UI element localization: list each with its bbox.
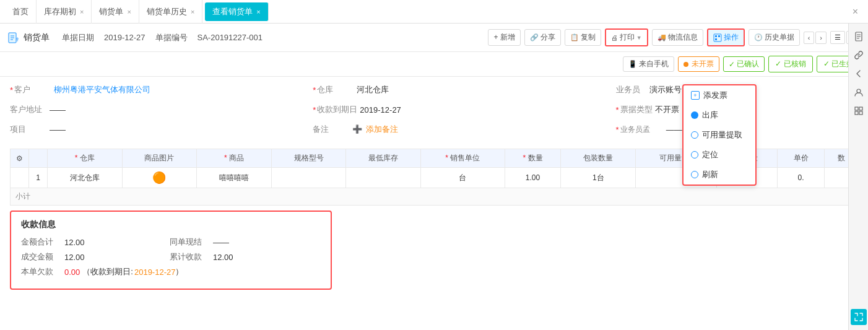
- ticket-type-value: 不开票: [653, 103, 682, 116]
- row-sales-unit: 台: [421, 168, 505, 188]
- salesperson-label: 业务员孟: [620, 124, 664, 135]
- tab-inventory-init[interactable]: 库存期初 ×: [37, 0, 92, 24]
- history-button[interactable]: 🕐 历史单据: [749, 29, 800, 46]
- tab-view-label: 查看销货单: [212, 6, 253, 17]
- doc-date-label: 单据日期: [62, 32, 94, 43]
- deal-value: 12.00: [64, 253, 85, 262]
- tab-sales-close[interactable]: ×: [127, 8, 131, 15]
- note-label: 备注: [313, 124, 350, 135]
- payment-owed-item: 本单欠款 0.00 （收款到期日: 2019-12-27 ）: [21, 266, 321, 277]
- sold-button[interactable]: ✓ 已核销: [768, 56, 812, 72]
- customer-label: 客户: [14, 84, 51, 95]
- subtotal-row: 小计: [11, 188, 858, 206]
- payment-date-field: * 收款到期日 2019-12-27: [313, 104, 615, 116]
- history-label: 历史单据: [765, 32, 794, 43]
- row-product-img: 🟠: [122, 168, 197, 188]
- logistics-label: 物流信息: [668, 32, 698, 43]
- next-button[interactable]: ›: [815, 32, 827, 44]
- sidebar-icon-2[interactable]: [851, 47, 867, 63]
- doc-header: 销货单 单据日期 2019-12-27 单据编号 SA-20191227-001…: [0, 24, 868, 52]
- locate-item[interactable]: 定位: [684, 145, 755, 165]
- address-value: ——: [47, 104, 68, 116]
- add-invoice-icon: +: [691, 91, 700, 100]
- from-mobile-button[interactable]: 📱 来自手机: [623, 56, 674, 72]
- customer-value[interactable]: 柳州粤港平安气体有限公司: [51, 83, 153, 97]
- share-label: 分享: [540, 32, 555, 43]
- svg-point-12: [857, 89, 861, 93]
- sidebar-icon-expand[interactable]: [851, 309, 867, 325]
- col-warehouse: * 仓库: [48, 149, 123, 168]
- window-close-button[interactable]: ×: [848, 6, 863, 17]
- staff-value: 演示账号: [647, 83, 684, 97]
- nav-arrows: ‹ ›: [804, 32, 827, 44]
- main-content: 销货单 单据日期 2019-12-27 单据编号 SA-20191227-001…: [0, 24, 868, 330]
- same-order-value: ——: [213, 238, 229, 247]
- new-button[interactable]: + 新增: [488, 29, 520, 46]
- project-label: 项目: [10, 124, 47, 135]
- payment-deal-item: 成交金额 12.00: [21, 251, 170, 263]
- operate-button[interactable]: 操作: [707, 28, 745, 46]
- payment-total-item: 金额合计 12.00: [21, 237, 170, 248]
- outbound-icon: [691, 111, 698, 119]
- doc-date-value: 2019-12-27: [104, 33, 145, 42]
- add-note-button[interactable]: ➕ 添加备注: [350, 123, 401, 136]
- prev-button[interactable]: ‹: [804, 32, 815, 44]
- tab-sales-order[interactable]: 销货单 ×: [92, 0, 139, 24]
- svg-rect-16: [859, 111, 862, 115]
- add-invoice-label: 添发票: [703, 90, 727, 101]
- subtotal-label: 小计: [11, 188, 858, 206]
- copy-button[interactable]: 📋 复制: [565, 29, 601, 46]
- svg-rect-6: [718, 35, 720, 37]
- logistics-button[interactable]: 🚚 物流信息: [652, 29, 703, 46]
- payment-row-3: 本单欠款 0.00 （收款到期日: 2019-12-27 ）: [21, 266, 321, 277]
- confirmed-button[interactable]: ✓ 已确认: [723, 56, 765, 72]
- salesperson-value: ——: [664, 124, 685, 136]
- warehouse-field: * 仓库 河北仓库: [313, 83, 615, 97]
- available-qty-item[interactable]: 可用量提取: [684, 125, 755, 145]
- not-open-button[interactable]: 未开票: [678, 56, 719, 72]
- print-button[interactable]: 🖨 打印 ▼: [605, 28, 648, 46]
- tab-inventory-close[interactable]: ×: [80, 8, 84, 15]
- customer-field: * 客户 柳州粤港平安气体有限公司: [10, 83, 313, 97]
- share-button[interactable]: 🔗 分享: [524, 29, 561, 46]
- row-product: 嘻嘻嘻嘻: [197, 168, 272, 188]
- sidebar-icon-4[interactable]: [851, 84, 867, 100]
- ticket-required-star: *: [616, 105, 619, 115]
- tab-view-sales[interactable]: 查看销货单 ×: [205, 2, 268, 21]
- second-toolbar: 📱 来自手机 未开票 ✓ 已确认 ✓ 已核销 ✓ 已生效: [0, 52, 868, 77]
- svg-rect-13: [855, 107, 858, 110]
- list-view-button[interactable]: ☰: [830, 31, 845, 44]
- owed-note: （收款到期日:: [82, 266, 133, 277]
- sidebar-icon-1[interactable]: [851, 28, 867, 45]
- doc-number-value: SA-20191227-001: [197, 33, 263, 42]
- op-dropdown: + 添发票 出库 可用量提取 定位 刷新: [682, 84, 757, 186]
- sidebar-icon-3[interactable]: [851, 66, 867, 82]
- tab-sales-history[interactable]: 销货单历史 ×: [139, 0, 202, 24]
- svg-rect-7: [715, 38, 717, 40]
- tab-view-close[interactable]: ×: [256, 8, 260, 15]
- doc-type-icon: [7, 32, 19, 43]
- available-qty-icon: [691, 131, 698, 139]
- doc-number-label: 单据编号: [155, 32, 188, 43]
- sidebar-icon-5[interactable]: [851, 103, 867, 119]
- refresh-item[interactable]: 刷新: [684, 165, 755, 185]
- col-settings[interactable]: ⚙: [11, 149, 29, 168]
- refresh-icon: [691, 171, 698, 178]
- new-label: + 新增: [493, 32, 514, 43]
- sold-label: 已核销: [784, 59, 806, 68]
- staff-label: 业务员: [616, 84, 647, 95]
- confirmed-label: 已确认: [737, 59, 759, 69]
- right-sidebar: [848, 24, 868, 330]
- outbound-label: 出库: [702, 110, 718, 121]
- outbound-item[interactable]: 出库: [684, 105, 755, 125]
- add-invoice-item[interactable]: + 添发票: [684, 85, 755, 105]
- doc-actions: + 新增 🔗 分享 📋 复制 🖨 打印 ▼ 🚚 物流信息: [488, 28, 861, 46]
- address-field: 客户地址 ——: [10, 104, 313, 116]
- accumulated-label: 累计收款: [170, 251, 213, 263]
- tab-history-close[interactable]: ×: [191, 8, 194, 15]
- svg-rect-5: [715, 35, 717, 37]
- salesperson-required-star: *: [616, 125, 619, 134]
- tab-home[interactable]: 首页: [5, 0, 37, 24]
- doc-meta: 单据日期 2019-12-27 单据编号 SA-20191227-001: [62, 32, 263, 43]
- owed-date: 2019-12-27: [134, 267, 176, 277]
